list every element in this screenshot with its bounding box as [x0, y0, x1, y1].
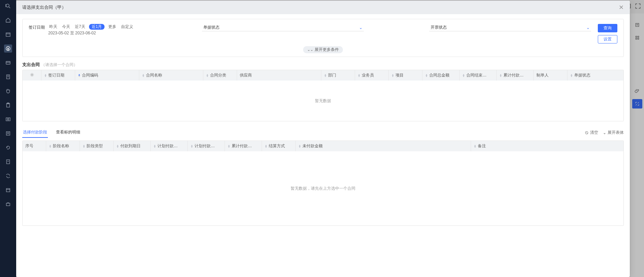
clear-icon — [585, 131, 589, 135]
col-paid2[interactable]: ▲▼累计付款… — [225, 141, 262, 151]
tab-pay-stage[interactable]: 选择付款阶段 — [22, 127, 48, 138]
svg-point-0 — [6, 4, 9, 7]
col-dept[interactable]: ▲▼部门 — [321, 70, 355, 81]
expand-body-button[interactable]: ⌄展开表体 — [603, 130, 624, 135]
contracts-section-title: 支出合同 （请选择一个合同） — [22, 62, 624, 68]
date-opt-today[interactable]: 今天 — [61, 24, 71, 30]
stage-tabs-row: 选择付款阶段 查看标的明细 清空 ⌄展开表体 — [22, 127, 624, 138]
chevron-down-icon: ⌄ — [586, 25, 590, 30]
invoice-status-select[interactable]: 开票状态 ⌄ — [429, 24, 591, 31]
svg-rect-6 — [6, 61, 10, 64]
col-unpaid[interactable]: ▲▼未付款金额 — [296, 141, 471, 151]
date-opt-last7[interactable]: 近7天 — [74, 24, 86, 30]
doc-status-select[interactable]: 单据状态 ⌄ — [202, 24, 364, 31]
nav-tv-icon[interactable] — [4, 200, 12, 208]
stages-table: 序号 ▲▼阶段名称 ▲▼阶段类型 ▲▼付款到期日 ▲▼计划付款… ▲▼计划付款…… — [22, 141, 624, 226]
nav-inspect-icon[interactable] — [4, 115, 12, 123]
col-settle[interactable]: ▲▼结算方式 — [262, 141, 296, 151]
nav-list-icon[interactable] — [4, 129, 12, 137]
nav-loop-icon[interactable] — [4, 172, 12, 180]
col-idx[interactable]: 序号 — [23, 141, 46, 151]
svg-point-33 — [31, 74, 33, 75]
clear-button[interactable]: 清空 — [585, 130, 598, 135]
col-plan1[interactable]: ▲▼计划付款… — [151, 141, 188, 151]
nav-clipboard-icon[interactable] — [4, 101, 12, 109]
close-icon[interactable]: ✕ — [619, 4, 624, 11]
tab-detail[interactable]: 查看标的明细 — [55, 127, 81, 138]
nav-search-icon[interactable] — [4, 2, 12, 10]
nav-receipt-icon[interactable] — [4, 73, 12, 81]
modal-title: 请选择支出合同（甲） — [22, 4, 66, 10]
col-settings[interactable] — [23, 70, 41, 81]
date-range-text: 2023-05-02 至 2023-06-02 — [48, 30, 134, 36]
nav-card-icon[interactable] — [4, 59, 12, 67]
stages-table-head: 序号 ▲▼阶段名称 ▲▼阶段类型 ▲▼付款到期日 ▲▼计划付款… ▲▼计划付款…… — [23, 141, 623, 151]
filter-sign-date-label: 签订日期 — [29, 24, 45, 30]
date-opt-last1m[interactable]: 近1月 — [89, 24, 105, 30]
select-contract-modal: 请选择支出合同（甲） ✕ 签订日期 昨天 今天 近7天 近1月 更多 自定义 — [16, 1, 630, 277]
col-name[interactable]: ▲▼合同名称 — [139, 70, 203, 81]
col-plan2[interactable]: ▲▼计划付款… — [188, 141, 225, 151]
col-remark[interactable]: ▲▼备注 — [471, 141, 623, 151]
svg-rect-3 — [6, 33, 10, 37]
filter-card: 签订日期 昨天 今天 近7天 近1月 更多 自定义 2023-05-02 至 2… — [22, 19, 624, 57]
col-status[interactable]: ▲▼单据状态 — [567, 70, 623, 81]
contracts-table-head: ▲▼签订日期 ▲▼合同编码 ▲▼合同名称 ▲▼合同分类 供应商 ▲▼部门 ▲▼业… — [23, 70, 623, 81]
svg-rect-13 — [6, 118, 10, 121]
col-paid[interactable]: ▲▼累计付款… — [497, 70, 534, 81]
expand-conditions-button[interactable]: ⌄⌄ 展开更多条件 — [303, 46, 343, 53]
date-opt-custom[interactable]: 自定义 — [120, 24, 134, 30]
svg-rect-22 — [6, 203, 10, 206]
nav-money-icon[interactable] — [4, 44, 12, 53]
stages-empty: 暂无数据，请先在上方选中一个合同 — [23, 151, 623, 225]
double-chevron-down-icon: ⌄⌄ — [307, 48, 313, 52]
nav-cup-icon[interactable] — [4, 87, 12, 95]
col-due[interactable]: ▲▼付款到期日 — [114, 141, 151, 151]
nav-doc2-icon[interactable] — [4, 158, 12, 166]
nav-archive-icon[interactable] — [4, 30, 12, 38]
svg-line-1 — [9, 7, 10, 8]
modal-body: 签订日期 昨天 今天 近7天 近1月 更多 自定义 2023-05-02 至 2… — [16, 14, 630, 277]
date-filter: 昨天 今天 近7天 近1月 更多 自定义 2023-05-02 至 2023-0… — [48, 24, 134, 36]
query-button[interactable]: 查询 — [598, 24, 617, 32]
svg-point-14 — [7, 119, 9, 120]
doc-status-label: 单据状态 — [203, 25, 224, 30]
svg-rect-15 — [6, 132, 10, 135]
col-code[interactable]: ▲▼合同编码 — [75, 70, 139, 81]
invoice-status-label: 开票状态 — [431, 25, 451, 30]
contracts-empty: 暂无数据 — [23, 81, 623, 121]
col-clerk[interactable]: ▲▼业务员 — [355, 70, 389, 81]
nav-home-icon[interactable] — [4, 16, 12, 24]
col-sign-date[interactable]: ▲▼签订日期 — [41, 70, 75, 81]
settings-button[interactable]: 设置 — [598, 35, 617, 43]
col-stage-type[interactable]: ▲▼阶段类型 — [80, 141, 114, 151]
contracts-table: ▲▼签订日期 ▲▼合同编码 ▲▼合同名称 ▲▼合同分类 供应商 ▲▼部门 ▲▼业… — [22, 70, 624, 121]
col-total[interactable]: ▲▼合同总金额 — [422, 70, 460, 81]
gear-icon — [30, 72, 34, 78]
chevron-down-icon: ⌄ — [359, 25, 362, 30]
col-supplier[interactable]: 供应商 — [237, 70, 321, 81]
col-category[interactable]: ▲▼合同分类 — [203, 70, 237, 81]
col-stage-name[interactable]: ▲▼阶段名称 — [46, 141, 80, 151]
svg-rect-20 — [6, 189, 10, 192]
chevron-down-icon: ⌄ — [603, 130, 606, 135]
col-project[interactable]: ▲▼项目 — [389, 70, 422, 81]
nav-refresh-icon[interactable] — [4, 144, 12, 152]
nav-calendar-icon[interactable] — [4, 186, 12, 194]
date-opt-yesterday[interactable]: 昨天 — [48, 24, 58, 30]
modal-header: 请选择支出合同（甲） ✕ — [16, 1, 630, 14]
svg-rect-18 — [7, 160, 10, 164]
col-maker[interactable]: 制单人 — [534, 70, 567, 81]
left-sidebar — [0, 0, 16, 277]
date-opt-more[interactable]: 更多 — [107, 24, 117, 30]
col-end[interactable]: ▲▼合同结束… — [460, 70, 497, 81]
